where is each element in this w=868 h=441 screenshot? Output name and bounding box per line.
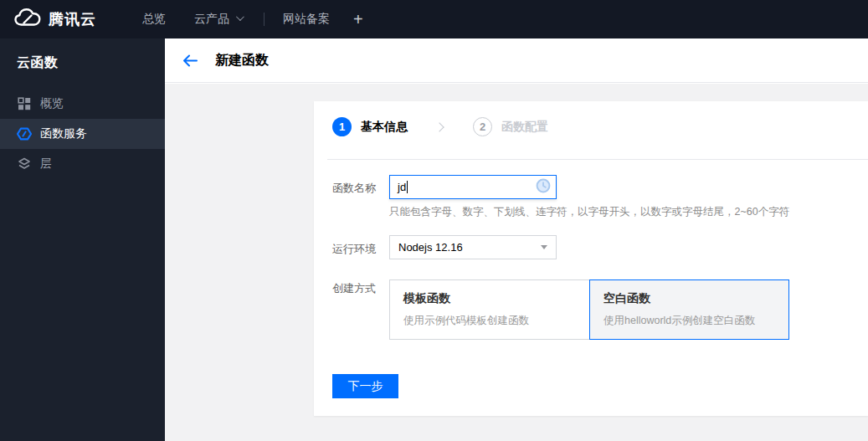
function-name-value: jd <box>398 181 406 193</box>
sidebar-title: 云函数 <box>0 38 165 72</box>
function-name-label: 函数名称 <box>332 181 376 196</box>
topbar-item-beian[interactable]: 网站备案 <box>283 12 330 27</box>
sidebar-item-label: 概览 <box>40 96 64 111</box>
topbar-products-label: 云产品 <box>194 12 229 27</box>
step-1-label: 基本信息 <box>361 120 408 135</box>
topbar-item-products[interactable]: 云产品 <box>194 12 242 27</box>
step-1-circle: 1 <box>332 117 352 136</box>
back-button[interactable] <box>178 49 202 72</box>
option-desc: 使用helloworld示例创建空白函数 <box>603 314 775 328</box>
step-2-label: 函数配置 <box>501 120 548 135</box>
sidebar-item-scf[interactable]: 函数服务 <box>0 119 165 149</box>
runtime-select[interactable]: Nodejs 12.16 <box>389 235 557 259</box>
steps-divider <box>327 159 868 160</box>
step-2-circle: 2 <box>473 117 492 136</box>
sidebar-item-label: 函数服务 <box>40 126 87 141</box>
wizard-steps: 1 基本信息 2 函数配置 <box>332 117 548 136</box>
cloud-logo-icon <box>13 7 42 32</box>
runtime-value: Nodejs 12.16 <box>398 241 463 254</box>
option-blank-function[interactable]: 空白函数 使用helloworld示例创建空白函数 <box>589 279 789 340</box>
content-area: 1 基本信息 2 函数配置 函数名称 jd 只能包含字母、数字、下划线、连字符，… <box>165 84 868 441</box>
option-template-function[interactable]: 模板函数 使用示例代码模板创建函数 <box>389 279 589 340</box>
topbar: 腾讯云 总览 云产品 网站备案 + <box>0 0 868 38</box>
add-tab-button[interactable]: + <box>353 10 363 29</box>
arrow-left-icon <box>182 54 198 67</box>
page-header: 新建函数 <box>165 38 868 83</box>
runtime-label: 运行环境 <box>332 242 376 257</box>
grid-icon <box>17 96 32 111</box>
text-cursor <box>407 181 408 193</box>
option-title: 模板函数 <box>403 291 576 306</box>
function-name-hint: 只能包含字母、数字、下划线、连字符，以字母开头，以数字或字母结尾，2~60个字符 <box>389 205 789 219</box>
tencent-cloud-logo[interactable]: 腾讯云 <box>13 7 96 32</box>
scf-hexagon-icon <box>17 126 32 141</box>
page-title: 新建函数 <box>215 52 269 69</box>
method-options: 模板函数 使用示例代码模板创建函数 空白函数 使用helloworld示例创建空… <box>389 279 789 340</box>
sidebar: 云函数 概览 函数服务 <box>0 38 165 441</box>
brand-name: 腾讯云 <box>49 9 96 29</box>
chevron-down-icon <box>236 13 244 21</box>
create-function-card: 1 基本信息 2 函数配置 函数名称 jd 只能包含字母、数字、下划线、连字符，… <box>314 101 868 416</box>
sidebar-item-label: 层 <box>40 156 52 172</box>
sidebar-menu: 概览 函数服务 层 <box>0 89 165 179</box>
step-chevron-icon <box>434 122 444 131</box>
topbar-item-overview[interactable]: 总览 <box>142 12 166 27</box>
function-name-input[interactable]: jd <box>389 175 557 199</box>
clock-icon[interactable] <box>536 178 551 197</box>
sidebar-item-overview[interactable]: 概览 <box>0 89 165 119</box>
next-step-button[interactable]: 下一步 <box>332 374 398 398</box>
topbar-divider <box>264 13 265 26</box>
option-title: 空白函数 <box>603 291 775 306</box>
option-desc: 使用示例代码模板创建函数 <box>403 314 576 328</box>
select-caret-icon <box>541 245 547 249</box>
method-label: 创建方式 <box>332 281 376 296</box>
sidebar-item-layers[interactable]: 层 <box>0 149 165 179</box>
layers-icon <box>17 156 32 172</box>
